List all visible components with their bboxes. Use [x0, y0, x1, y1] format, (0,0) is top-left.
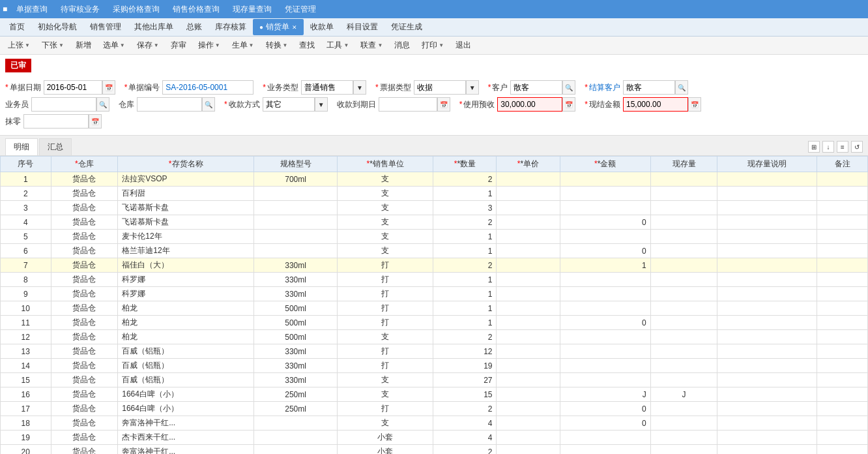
label-warehouse: 仓库 — [119, 99, 136, 110]
table-header-row: 序号 仓库 存货名称 规格型号 *销售单位 *数量 *单价 *金额 现存量 现存… — [1, 157, 868, 172]
nav-inventory[interactable]: 库存核算 — [209, 19, 253, 35]
nav-account-settings[interactable]: 科目设置 — [340, 19, 384, 35]
btn-save[interactable]: 保存▼ — [132, 38, 164, 52]
col-stock-note: 现存量说明 — [717, 157, 817, 172]
discount-input[interactable] — [23, 114, 89, 129]
tab-bar: 明细 汇总 ⊞ ↓ ≡ ↺ — [0, 136, 868, 156]
form-group-biztype: 业务类型 ▼ — [263, 80, 366, 95]
warehouse-input[interactable] — [137, 97, 202, 112]
btn-cancel-review[interactable]: 弃审 — [166, 38, 192, 52]
nav-init[interactable]: 初始化导航 — [31, 19, 83, 35]
table-icon-1[interactable]: ⊞ — [808, 141, 820, 153]
col-unit: *销售单位 — [337, 157, 433, 172]
nav-home[interactable]: 首页 — [3, 19, 31, 35]
calendar-icon[interactable]: 📅 — [102, 80, 115, 95]
detail-table: 序号 仓库 存货名称 规格型号 *销售单位 *数量 *单价 *金额 现存量 现存… — [0, 156, 868, 454]
table-row: 6货品仓格兰菲迪12年支10 — [1, 244, 868, 258]
btn-next[interactable]: 下张▼ — [36, 38, 69, 52]
table-row: 11货品仓柏龙500ml打10 — [1, 316, 868, 330]
nav-voucher-gen[interactable]: 凭证生成 — [384, 19, 429, 35]
payment-dropdown-icon[interactable]: ▼ — [315, 97, 328, 112]
btn-message[interactable]: 消息 — [389, 38, 415, 52]
ticket-type-input[interactable] — [414, 80, 466, 95]
table-row: 19货品仓杰卡西来干红...小套4 — [1, 431, 868, 445]
label-settlement-customer[interactable]: 结算客户 — [585, 82, 622, 93]
ticket-type-dropdown-icon[interactable]: ▼ — [466, 80, 479, 95]
salesperson-input-group: 🔍 — [31, 97, 109, 112]
btn-new[interactable]: 新增 — [70, 38, 96, 52]
tab-summary[interactable]: 汇总 — [39, 138, 72, 155]
top-nav-voucher[interactable]: 凭证管理 — [278, 1, 323, 18]
col-stock: 现存量 — [650, 157, 717, 172]
table-icon-4[interactable]: ↺ — [851, 141, 863, 153]
table-row: 13货品仓百威（铝瓶）330ml打12 — [1, 344, 868, 359]
btn-tools[interactable]: 工具▼ — [321, 38, 354, 52]
col-spec: 规格型号 — [254, 157, 338, 172]
table-icon-3[interactable]: ≡ — [837, 141, 848, 153]
tab-detail[interactable]: 明细 — [5, 138, 38, 155]
btn-print[interactable]: 打印▼ — [416, 38, 449, 52]
table-row: 16货品仓1664白啤（小）250ml支15JJ — [1, 387, 868, 402]
salesperson-search-icon[interactable]: 🔍 — [96, 97, 109, 112]
top-nav-stock-query[interactable]: 现存量查询 — [226, 1, 278, 18]
label-due-date: 收款到期日 — [337, 99, 377, 110]
advance-calendar-icon[interactable]: 📅 — [562, 97, 575, 112]
cash-calendar-icon[interactable]: 📅 — [688, 97, 701, 112]
nav-sales-order[interactable]: ● 销货单 ✕ — [253, 19, 304, 35]
doc-date-input[interactable] — [44, 80, 102, 95]
settlement-customer-input[interactable] — [623, 80, 675, 95]
discount-calendar-icon[interactable]: 📅 — [89, 114, 102, 129]
label-doc-no: 单据编号 — [124, 82, 162, 93]
form-group-customer: 客户 🔍 — [488, 80, 576, 95]
col-qty: *数量 — [433, 157, 497, 172]
warehouse-search-icon[interactable]: 🔍 — [202, 97, 215, 112]
top-nav-pending[interactable]: 待审核业务 — [54, 1, 106, 18]
form-group-docno: 单据编号 — [124, 80, 254, 95]
top-nav: ■ 单据查询 待审核业务 采购价格查询 销售价格查询 现存量查询 凭证管理 — [0, 0, 868, 18]
nav-receipt[interactable]: 收款单 — [304, 19, 340, 35]
btn-select[interactable]: 选单▼ — [98, 38, 130, 52]
customer-search-icon[interactable]: 🔍 — [562, 80, 575, 95]
cash-input[interactable] — [623, 97, 688, 112]
col-remark: 备注 — [817, 157, 868, 172]
top-nav-icon: ■ — [3, 5, 7, 14]
btn-convert[interactable]: 转换▼ — [261, 38, 293, 52]
biz-type-dropdown-icon[interactable]: ▼ — [353, 80, 366, 95]
biz-type-input[interactable] — [301, 80, 353, 95]
due-date-input[interactable] — [379, 97, 437, 112]
discount-input-group: 📅 — [23, 114, 102, 129]
due-date-calendar-icon[interactable]: 📅 — [437, 97, 450, 112]
top-nav-purchase-price[interactable]: 采购价格查询 — [106, 1, 166, 18]
table-row: 18货品仓奔富洛神干红...支40 — [1, 416, 868, 431]
doc-no-input[interactable] — [162, 80, 253, 95]
settlement-customer-search-icon[interactable]: 🔍 — [675, 80, 688, 95]
nav-ledger[interactable]: 总账 — [180, 19, 209, 35]
btn-operation[interactable]: 操作▼ — [193, 38, 225, 52]
tab-icon-group: ⊞ ↓ ≡ ↺ — [808, 141, 863, 153]
table-icon-2[interactable]: ↓ — [822, 141, 834, 153]
customer-input-group: 🔍 — [510, 80, 575, 95]
btn-link-query[interactable]: 联查▼ — [355, 38, 388, 52]
btn-exit[interactable]: 退出 — [450, 38, 476, 52]
due-date-input-group: 📅 — [379, 97, 450, 112]
customer-input[interactable] — [510, 80, 562, 95]
btn-generate[interactable]: 生单▼ — [227, 38, 259, 52]
col-no: 序号 — [1, 157, 51, 172]
table-row: 2货品仓百利甜支1 — [1, 187, 868, 201]
payment-input-group: ▼ — [263, 97, 328, 112]
form-group-salesperson: 业务员 🔍 — [5, 97, 109, 112]
form-group-warehouse: 仓库 🔍 — [119, 97, 215, 112]
advance-input[interactable] — [497, 97, 562, 112]
btn-search[interactable]: 查找 — [294, 38, 320, 52]
col-price: *单价 — [497, 157, 560, 172]
settlement-customer-input-group: 🔍 — [623, 80, 688, 95]
top-nav-sales-price[interactable]: 销售价格查询 — [166, 1, 226, 18]
nav-sales-mgmt[interactable]: 销售管理 — [83, 19, 128, 35]
nav-other-outbound[interactable]: 其他出库单 — [128, 19, 180, 35]
payment-input[interactable] — [263, 97, 315, 112]
table-row: 3货品仓飞诺慕斯卡盘支3 — [1, 201, 868, 215]
warehouse-input-group: 🔍 — [137, 97, 215, 112]
top-nav-doc-query[interactable]: 单据查询 — [10, 1, 54, 18]
salesperson-input[interactable] — [31, 97, 96, 112]
btn-prev[interactable]: 上张▼ — [3, 38, 35, 52]
